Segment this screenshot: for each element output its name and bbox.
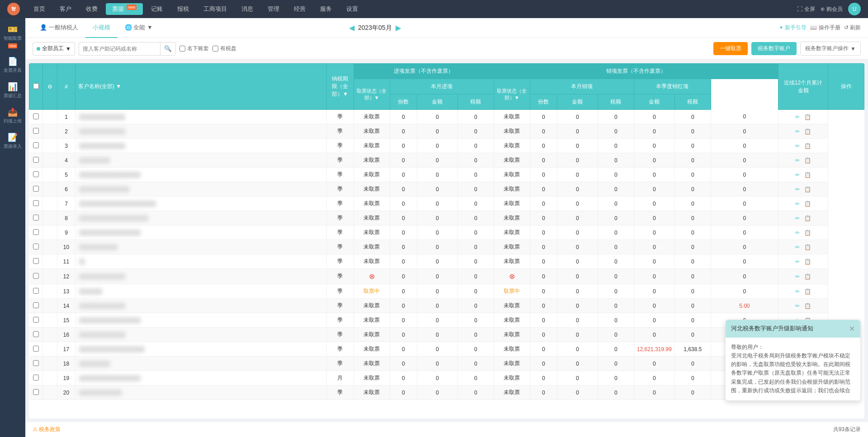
row-customer-name[interactable]: ea xyxy=(75,254,327,269)
row-sales-status[interactable]: 未取票 xyxy=(494,342,530,357)
row-checkbox[interactable] xyxy=(33,389,39,395)
row-checkbox[interactable] xyxy=(33,317,39,323)
row-income-status[interactable]: 未取票 xyxy=(354,197,390,211)
row-customer-name[interactable]: ████████ xyxy=(75,153,327,168)
row-sales-status[interactable]: 未取票 xyxy=(494,110,530,124)
row-sales-status[interactable]: 未取票 xyxy=(494,153,530,168)
row-checkbox[interactable] xyxy=(33,346,39,352)
row-checkbox[interactable] xyxy=(33,375,39,381)
row-sales-status[interactable]: 未取票 xyxy=(494,385,530,400)
edit-button[interactable]: ✏ xyxy=(795,215,800,221)
search-input[interactable] xyxy=(79,42,160,56)
row-sales-status[interactable]: 未取票 xyxy=(494,254,530,269)
nav-invoice[interactable]: 票据 new xyxy=(106,3,143,15)
row-customer-name[interactable]: ████████ xyxy=(75,357,327,371)
nav-operation[interactable]: 经营 xyxy=(288,3,312,15)
edit-button[interactable]: ✏ xyxy=(795,303,800,309)
date-prev-button[interactable]: ◀ xyxy=(349,23,354,32)
date-next-button[interactable]: ▶ xyxy=(396,23,401,32)
row-customer-name[interactable]: ████████████ xyxy=(75,299,327,313)
row-income-status[interactable]: ⊗ xyxy=(354,269,390,284)
row-checkbox[interactable] xyxy=(33,186,39,192)
row-income-status[interactable]: 未取票 xyxy=(354,139,390,153)
copy-button[interactable]: 📋 xyxy=(804,230,811,236)
row-checkbox[interactable] xyxy=(33,302,39,308)
row-income-status[interactable]: 未取票 xyxy=(354,299,390,313)
sidebar-item-invoice-open[interactable]: 📄 发票开具 xyxy=(2,54,24,77)
th-income-status[interactable]: 取票状态（全部）▼ xyxy=(354,79,390,110)
copy-button[interactable]: 📋 xyxy=(804,201,811,207)
row-checkbox[interactable] xyxy=(33,244,39,249)
edit-button[interactable]: ✏ xyxy=(795,128,800,135)
row-checkbox[interactable] xyxy=(33,331,39,337)
row-income-status[interactable]: 未取票 xyxy=(354,357,390,371)
row-sales-status[interactable]: 未取票 xyxy=(494,357,530,371)
nav-tax[interactable]: 报税 xyxy=(171,3,195,15)
row-income-status[interactable]: 未取票 xyxy=(354,328,390,342)
row-customer-name[interactable]: ████████████████ xyxy=(75,168,327,182)
edit-button[interactable]: ✏ xyxy=(795,258,800,265)
edit-button[interactable]: ✏ xyxy=(795,230,800,236)
copy-button[interactable]: 📋 xyxy=(804,273,811,280)
row-checkbox[interactable] xyxy=(33,229,39,235)
row-income-status[interactable]: 未取票 xyxy=(354,240,390,254)
row-customer-name[interactable]: █████████████ xyxy=(75,182,327,197)
th-settings[interactable]: ⚙ xyxy=(43,64,57,110)
row-customer-name[interactable]: ████████████ xyxy=(75,139,327,153)
row-customer-name[interactable]: ████████████████████ xyxy=(75,197,327,211)
row-income-status[interactable]: 未取票 xyxy=(354,182,390,197)
refresh-button[interactable]: ↺ 刷新 xyxy=(844,24,861,32)
copy-button[interactable]: 📋 xyxy=(804,114,811,120)
row-customer-name[interactable]: ████████████ xyxy=(75,124,327,139)
nav-customer[interactable]: 客户 xyxy=(53,3,78,15)
row-sales-status[interactable]: ⊗ xyxy=(494,269,530,284)
row-customer-name[interactable]: ██████████████████ xyxy=(75,211,327,226)
row-income-status[interactable]: 未取票 xyxy=(354,110,390,124)
row-income-status[interactable]: 未取票 xyxy=(354,211,390,226)
row-income-status[interactable]: 未取票 xyxy=(354,371,390,385)
taxdisk-checkbox[interactable] xyxy=(212,46,218,52)
nav-message[interactable]: 消息 xyxy=(235,3,259,15)
copy-button[interactable]: 📋 xyxy=(804,303,811,309)
row-income-status[interactable]: 未取票 xyxy=(354,313,390,328)
row-customer-name[interactable]: █████████████████ xyxy=(75,342,327,357)
popup-close-button[interactable]: ✕ xyxy=(849,324,855,333)
row-sales-status[interactable]: 未取票 xyxy=(494,139,530,153)
user-avatar[interactable]: U xyxy=(848,3,861,15)
copy-button[interactable]: 📋 xyxy=(804,258,811,265)
copy-button[interactable]: 📋 xyxy=(804,288,811,295)
digital-tax-button[interactable]: 税务数字账户 xyxy=(751,42,797,55)
row-sales-status[interactable]: 取票中 xyxy=(494,284,530,299)
row-income-status[interactable]: 未取票 xyxy=(354,254,390,269)
row-sales-status[interactable]: 未取票 xyxy=(494,211,530,226)
sidebar-item-summary[interactable]: 📊 票据汇总 xyxy=(2,79,24,103)
row-sales-status[interactable]: 未取票 xyxy=(494,226,530,240)
row-checkbox[interactable] xyxy=(33,128,39,134)
tab-general-taxpayer[interactable]: 👤 一般纳税人 xyxy=(33,18,85,38)
edit-button[interactable]: ✏ xyxy=(795,201,800,207)
new-guide-button[interactable]: ✦ 新手引导 xyxy=(779,24,807,32)
th-customer-name[interactable]: 客户名称(全部) ▼ xyxy=(75,64,327,110)
one-click-ticket-button[interactable]: 一键取票 xyxy=(713,42,748,55)
edit-button[interactable]: ✏ xyxy=(795,273,800,280)
sidebar-item-entry[interactable]: 📝 票据录入 xyxy=(2,130,24,153)
tax-policy-link[interactable]: ⚠ 税务政策 xyxy=(25,422,68,437)
row-checkbox[interactable] xyxy=(33,113,39,119)
tab-small-scale[interactable]: 小规模 xyxy=(85,18,118,38)
row-customer-name[interactable]: ████████████████ xyxy=(75,313,327,328)
edit-button[interactable]: ✏ xyxy=(795,288,800,295)
copy-button[interactable]: 📋 xyxy=(804,215,811,221)
row-customer-name[interactable]: ██████████ xyxy=(75,240,327,254)
row-income-status[interactable]: 未取票 xyxy=(354,342,390,357)
edit-button[interactable]: ✏ xyxy=(795,186,800,193)
edit-button[interactable]: ✏ xyxy=(795,114,800,120)
row-checkbox[interactable] xyxy=(33,288,39,294)
tab-all[interactable]: 🌐 全能 ▼ xyxy=(118,18,160,38)
myaccount-checkbox-label[interactable]: 名下账套 xyxy=(179,45,209,52)
sidebar-item-scan[interactable]: 📤 扫描上传 xyxy=(2,104,24,128)
row-income-status[interactable]: 未取票 xyxy=(354,153,390,168)
row-checkbox[interactable] xyxy=(33,360,39,366)
row-customer-name[interactable]: ████████████ xyxy=(75,110,327,124)
row-checkbox[interactable] xyxy=(33,215,39,221)
taxdisk-checkbox-label[interactable]: 有税盘 xyxy=(212,45,236,52)
